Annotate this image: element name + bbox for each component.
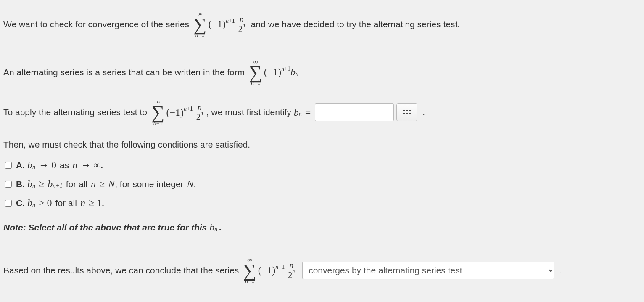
sigma-notation: ∞ ∑ n=1 — [249, 58, 262, 86]
series-term: (−1)n+1 — [208, 16, 235, 33]
general-term: (−1)n+1bn — [264, 64, 298, 81]
option-a-label: A. — [16, 160, 25, 170]
option-c-checkbox[interactable] — [5, 200, 12, 207]
fraction: n 2n — [286, 261, 296, 280]
section-conclusion: Based on the results above, we can concl… — [0, 246, 644, 294]
option-a-checkbox[interactable] — [5, 162, 12, 169]
intro-text-1: We want to check for convergence of the … — [3, 17, 189, 32]
fraction: n 2n — [237, 15, 247, 34]
bn-var: bn — [294, 104, 302, 121]
option-a-row: A. bn → 0 as n → ∞. — [3, 159, 641, 171]
note-text: Note: Select all of the above that are t… — [3, 220, 207, 235]
section-body: An alternating series is a series that c… — [0, 48, 644, 246]
series-term: (−1)n+1 — [166, 104, 193, 121]
identify-line: To apply the alternating series test to … — [3, 98, 641, 126]
identify-text-2: , we must first identify — [206, 105, 291, 120]
sigma-notation: ∞ ∑ n=1 — [193, 11, 206, 38]
period: . — [559, 263, 561, 278]
sigma-notation: ∞ ∑ n=1 — [243, 257, 256, 284]
option-b-row: B. bn ≥ bn+1 for all n ≥ N , for some in… — [3, 178, 641, 190]
section-intro: We want to check for convergence of the … — [0, 0, 644, 48]
option-c-label: C. — [16, 198, 25, 208]
series-term: (−1)n+1 — [258, 262, 285, 279]
keypad-button[interactable] — [396, 103, 417, 121]
period: . — [422, 105, 425, 120]
fraction: n 2n — [195, 103, 205, 122]
option-b-label: B. — [16, 179, 25, 189]
option-c-row: C. bn > 0 for all n ≥ 1. — [3, 197, 641, 209]
intro-line: We want to check for convergence of the … — [3, 11, 641, 38]
definition-line: An alternating series is a series that c… — [3, 58, 641, 86]
equals-sign: = — [305, 104, 311, 121]
conclusion-text: Based on the results above, we can concl… — [3, 263, 239, 278]
intro-text-2: and we have decided to try the alternati… — [251, 17, 460, 32]
conclusion-select[interactable]: converges by the alternating series test — [302, 262, 554, 279]
sigma-notation: ∞ ∑ n=1 — [151, 98, 164, 126]
definition-text: An alternating series is a series that c… — [3, 65, 245, 80]
option-b-checkbox[interactable] — [5, 181, 12, 188]
note-line: Note: Select all of the above that are t… — [3, 219, 641, 236]
conclusion-line: Based on the results above, we can concl… — [3, 257, 641, 284]
keypad-icon — [403, 110, 411, 114]
bn-input[interactable] — [315, 103, 394, 121]
conditions-intro: Then, we must check that the following c… — [3, 137, 641, 152]
identify-text-1: To apply the alternating series test to — [3, 105, 147, 120]
